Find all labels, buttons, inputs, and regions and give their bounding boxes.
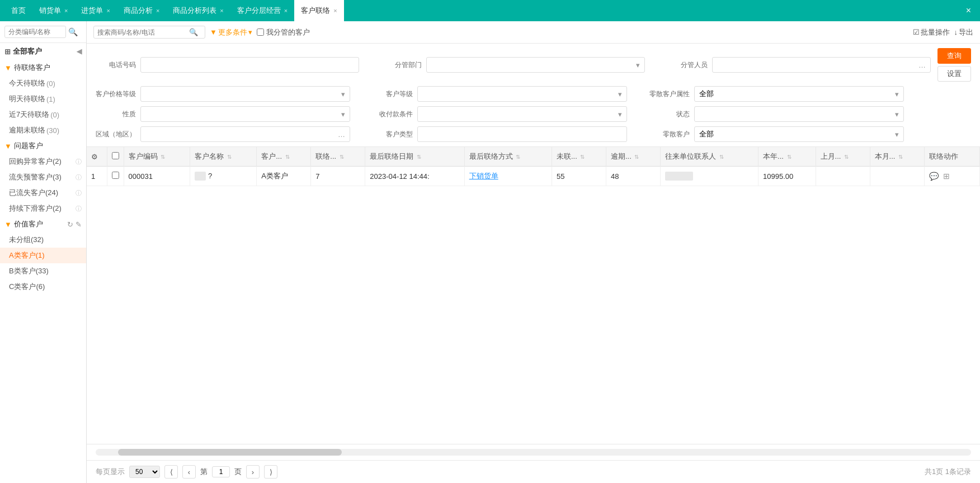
grid-icon: ⊞ <box>4 48 11 56</box>
nature-select[interactable]: ▾ <box>140 106 350 122</box>
sidebar-ungrouped[interactable]: 未分组(32) <box>0 232 86 248</box>
filter-row-2: 客户价格等级 ▾ 客户等级 ▾ 零散客户属性 <box>96 86 971 102</box>
my-customers-check[interactable] <box>257 29 264 36</box>
phone-input[interactable] <box>140 57 359 73</box>
sidebar-problem-group[interactable]: ▼ 问题客户 <box>0 138 86 154</box>
sidebar-7day-pending[interactable]: 近7天待联络 (0) <box>0 107 86 122</box>
filter-row-1: 电话号码 分管部门 ▾ 分管人员 … <box>96 48 971 82</box>
dept-select[interactable]: ▾ <box>426 57 645 73</box>
first-page-btn[interactable]: ⟨ <box>164 465 178 479</box>
info-icon-3: ⓘ <box>76 189 82 197</box>
sort-this-month[interactable]: ⇅ <box>898 154 903 160</box>
row-index: 1 <box>87 167 107 186</box>
sidebar-class-c[interactable]: C类客户(6) <box>0 279 86 295</box>
region-dots[interactable]: … <box>338 130 345 139</box>
top-nav: 首页 销货单 × 进货单 × 商品分析 × 商品分析列表 × 客户分层经营 × … <box>0 0 980 21</box>
sidebar-pending-group[interactable]: ▼ 待联络客户 <box>0 60 86 75</box>
prev-page-btn[interactable]: ‹ <box>182 465 196 479</box>
sidebar-value-group[interactable]: ▼ 价值客户 ↻ ✎ <box>0 216 86 232</box>
region-select[interactable]: … <box>140 126 350 142</box>
retail-customer-select[interactable]: 全部 ▾ <box>694 126 904 142</box>
sidebar-all-customers[interactable]: ⊞ 全部客户 ◀ <box>0 43 86 60</box>
problem-arrow: ▼ <box>4 142 12 150</box>
customer-type-input[interactable] <box>417 126 627 142</box>
row-name: ? <box>190 167 257 186</box>
filter-row-4: 区域（地区） … 客户类型 零散客户 全部 ▾ <box>96 126 971 142</box>
settings-icon[interactable]: ⚙ <box>91 153 98 161</box>
nav-sales[interactable]: 销货单 × <box>32 0 74 21</box>
nav-customer-segment[interactable]: 客户分层经营 × <box>230 0 294 21</box>
nav-customer-contact-close[interactable]: × <box>333 7 337 14</box>
sort-not-contacted[interactable]: ⇅ <box>580 154 585 160</box>
value-icons: ↻ ✎ <box>67 220 82 229</box>
my-customers-checkbox[interactable]: 我分管的客户 <box>257 27 310 37</box>
price-grade-arrow: ▾ <box>341 90 345 98</box>
nav-sales-close[interactable]: × <box>64 7 68 14</box>
sidebar-overdue-pending[interactable]: 逾期未联络 (30) <box>0 122 86 138</box>
last-page-btn[interactable]: ⟩ <box>264 465 277 479</box>
filter-dept: 分管部门 ▾ <box>381 57 645 73</box>
sort-unit-contact[interactable]: ⇅ <box>719 154 724 160</box>
sidebar-churned[interactable]: 已流失客户(24) ⓘ <box>0 185 86 201</box>
status-select[interactable]: ▾ <box>694 106 904 122</box>
message-icon[interactable]: 💬 <box>929 172 939 181</box>
sidebar-class-b[interactable]: B类客户(33) <box>0 263 86 279</box>
page-size-select[interactable]: 50 20 100 <box>129 466 160 478</box>
retail-attr-select[interactable]: 全部 ▾ <box>694 86 904 102</box>
nav-product-analysis[interactable]: 商品分析 × <box>117 0 166 21</box>
sidebar-class-a[interactable]: A类客户(1) <box>0 248 86 263</box>
qr-icon[interactable]: ⊞ <box>943 172 950 181</box>
sort-code[interactable]: ⇅ <box>161 154 165 160</box>
sort-name[interactable]: ⇅ <box>227 154 232 160</box>
nav-customer-segment-close[interactable]: × <box>284 7 288 14</box>
sort-overdue[interactable]: ⇅ <box>634 154 639 160</box>
nav-purchase[interactable]: 进货单 × <box>74 0 116 21</box>
sidebar-today-pending[interactable]: 今天待联络 (0) <box>0 75 86 91</box>
price-grade-select[interactable]: ▾ <box>140 86 350 102</box>
sidebar-search-icon[interactable]: 🔍 <box>68 27 78 36</box>
select-all-checkbox[interactable] <box>112 152 119 159</box>
main-search-input[interactable] <box>97 29 187 36</box>
value-arrow: ▼ <box>4 220 12 229</box>
payment-select[interactable]: ▾ <box>417 106 627 122</box>
staff-select[interactable]: … <box>712 57 931 73</box>
sort-this-year[interactable]: ⇅ <box>787 154 791 160</box>
refresh-icon[interactable]: ↻ <box>67 220 73 229</box>
nav-product-analysis-close[interactable]: × <box>156 7 159 14</box>
last-method-link[interactable]: 下销货单 <box>469 172 498 180</box>
batch-op-btn[interactable]: ☑ 批量操作 <box>913 27 950 37</box>
sidebar-churn-warning[interactable]: 流失预警客户(3) ⓘ <box>0 169 86 185</box>
filter-row-3: 性质 ▾ 收付款条件 ▾ 状态 <box>96 106 971 122</box>
nav-product-list[interactable]: 商品分析列表 × <box>166 0 230 21</box>
col-last-method: 最后联络方式 ⇅ <box>464 147 552 167</box>
scroll-thumb[interactable] <box>118 449 342 456</box>
export-btn[interactable]: ↓ 导出 <box>954 27 974 37</box>
query-btn[interactable]: 查询 <box>937 48 971 64</box>
customer-grade-arrow: ▾ <box>618 90 622 98</box>
row-type: A类客户 <box>257 167 311 186</box>
nav-product-list-close[interactable]: × <box>220 7 223 14</box>
nav-customer-contact[interactable]: 客户联络 × <box>294 0 343 21</box>
sidebar-search-input[interactable] <box>4 26 66 38</box>
sidebar-repurchase-abnormal[interactable]: 回购异常客户(2) ⓘ <box>0 154 86 169</box>
customer-grade-select[interactable]: ▾ <box>417 86 627 102</box>
edit-icon[interactable]: ✎ <box>76 220 82 229</box>
nav-home[interactable]: 首页 <box>4 0 32 21</box>
sort-last-month[interactable]: ⇅ <box>844 154 849 160</box>
sort-last-date[interactable]: ⇅ <box>417 154 421 160</box>
nav-purchase-close[interactable]: × <box>106 7 110 14</box>
page-number-input[interactable] <box>212 466 230 477</box>
sort-last-method[interactable]: ⇅ <box>516 154 520 160</box>
col-action: 联络动作 <box>924 147 979 167</box>
main-search-icon[interactable]: 🔍 <box>189 28 198 36</box>
row-checkbox[interactable] <box>112 172 119 179</box>
setting-btn[interactable]: 设置 <box>937 66 971 82</box>
row-this-year: 10995.00 <box>758 167 816 186</box>
sidebar-tomorrow-pending[interactable]: 明天待联络 (1) <box>0 91 86 107</box>
sort-type[interactable]: ⇅ <box>285 154 290 160</box>
sidebar-declining[interactable]: 持续下滑客户(2) ⓘ <box>0 201 86 216</box>
nav-close-all[interactable]: × <box>962 6 976 16</box>
more-filters-btn[interactable]: ▼ 更多条件 ▾ <box>210 27 252 37</box>
next-page-btn[interactable]: › <box>246 465 260 479</box>
sort-contact[interactable]: ⇅ <box>340 154 344 160</box>
